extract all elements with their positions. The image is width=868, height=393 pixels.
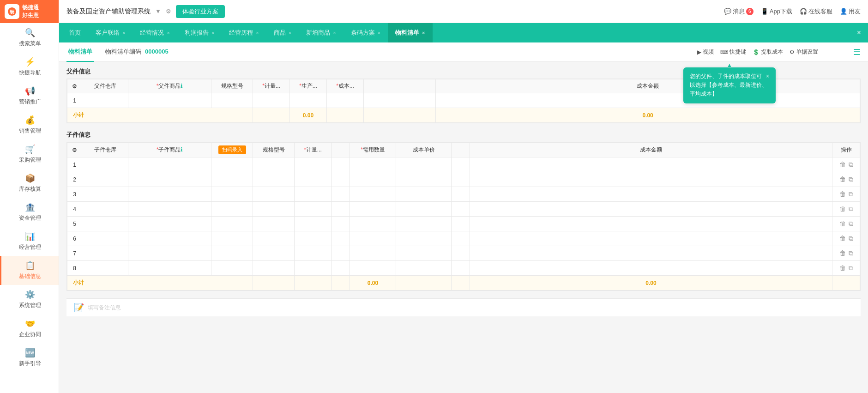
child-row-7-unit-price[interactable] [396, 246, 452, 261]
child-row-7-qty[interactable] [350, 246, 396, 261]
sidebar-item-sales[interactable]: 💰 销售管理 [0, 110, 59, 139]
child-row-7-warehouse[interactable] [82, 246, 128, 261]
child-row-2-qty[interactable] [350, 172, 396, 187]
sidebar-item-system[interactable]: ⚙️ 系统管理 [0, 285, 59, 314]
tab-barcode[interactable]: 条码方案 × [344, 23, 388, 42]
tab-new-goods[interactable]: 新增商品 × [299, 23, 343, 42]
close-barcode-icon[interactable]: × [378, 30, 380, 36]
copy-row-6-icon[interactable]: ⧉ [849, 235, 853, 242]
child-row-8-qty[interactable] [350, 261, 396, 276]
child-row-8-unit[interactable] [295, 261, 332, 276]
shortcut-action[interactable]: ⌨ 快捷键 [720, 48, 746, 56]
child-row-3-unit[interactable] [295, 187, 332, 202]
app-download-button[interactable]: 📱 App下载 [761, 7, 792, 16]
child-row-1-unit[interactable] [295, 157, 332, 172]
child-row-7-goods[interactable] [128, 246, 211, 261]
child-row-3-warehouse[interactable] [82, 187, 128, 202]
child-row-4-spec[interactable] [253, 202, 295, 217]
user-avatar[interactable]: 👤 用友 [840, 7, 861, 16]
child-row-8-unit-price[interactable] [396, 261, 452, 276]
sidebar-item-search[interactable]: 🔍 搜索菜单 [0, 23, 59, 52]
child-row-6-goods[interactable] [128, 231, 211, 246]
close-history-icon[interactable]: × [256, 30, 259, 36]
delete-row-7-icon[interactable]: 🗑 [839, 249, 846, 257]
sidebar-item-basic[interactable]: 📋 基础信息 [0, 256, 59, 285]
delete-row-1-icon[interactable]: 🗑 [839, 161, 846, 169]
tab-history[interactable]: 经营历程 × [222, 23, 266, 42]
sidebar-item-quick-nav[interactable]: ⚡ 快捷导航 [0, 52, 59, 81]
child-row-7-spec[interactable] [253, 246, 295, 261]
delete-row-6-icon[interactable]: 🗑 [839, 235, 846, 242]
close-customers-icon[interactable]: × [122, 30, 125, 36]
delete-row-8-icon[interactable]: 🗑 [839, 264, 846, 272]
child-row-3-spec[interactable] [253, 187, 295, 202]
parent-row-1-goods[interactable] [128, 93, 211, 108]
parent-row-1-unit[interactable] [253, 93, 290, 108]
sidebar-item-finance[interactable]: 🏦 资金管理 [0, 198, 59, 227]
child-row-5-unit-price[interactable] [396, 217, 452, 231]
child-row-5-warehouse[interactable] [82, 217, 128, 231]
child-row-1-qty[interactable] [350, 157, 396, 172]
list-view-icon[interactable]: ☰ [853, 47, 861, 57]
delete-row-2-icon[interactable]: 🗑 [839, 175, 846, 183]
child-row-1-spec[interactable] [253, 157, 295, 172]
tooltip-close-button[interactable]: × [766, 72, 769, 81]
child-row-2-unit[interactable] [295, 172, 332, 187]
child-row-5-unit[interactable] [295, 217, 332, 231]
cost-action[interactable]: 💲 提取成本 [753, 48, 783, 56]
child-row-8-goods[interactable] [128, 261, 211, 276]
trial-button[interactable]: 体验行业方案 [176, 5, 225, 18]
view-action[interactable]: ▶ 视频 [697, 48, 714, 56]
tab-goods[interactable]: 商品 × [266, 23, 299, 42]
sidebar-item-marketing[interactable]: 📢 营销推广 [0, 81, 59, 110]
settings-action[interactable]: ⚙ 单据设置 [790, 48, 818, 56]
child-row-5-spec[interactable] [253, 217, 295, 231]
child-row-2-goods[interactable] [128, 172, 211, 187]
child-row-6-unit[interactable] [295, 231, 332, 246]
parent-row-1-prod[interactable] [290, 93, 327, 108]
child-row-2-unit-price[interactable] [396, 172, 452, 187]
copy-row-8-icon[interactable]: ⧉ [849, 264, 853, 272]
child-row-6-qty[interactable] [350, 231, 396, 246]
close-operations-icon[interactable]: × [167, 30, 169, 36]
dropdown-arrow-icon[interactable]: ▼ [155, 8, 161, 15]
close-bom-icon[interactable]: × [422, 30, 425, 36]
tab-profit[interactable]: 利润报告 × [177, 23, 222, 42]
copy-row-2-icon[interactable]: ⧉ [849, 175, 853, 183]
tab-operations[interactable]: 经营情况 × [133, 23, 177, 42]
child-row-2-spec[interactable] [253, 172, 295, 187]
sidebar-item-guide[interactable]: 🆕 新手引导 [0, 343, 59, 372]
child-row-5-qty[interactable] [350, 217, 396, 231]
child-row-3-unit-price[interactable] [396, 187, 452, 202]
child-row-8-warehouse[interactable] [82, 261, 128, 276]
close-profit-icon[interactable]: × [211, 30, 214, 36]
child-row-3-qty[interactable] [350, 187, 396, 202]
child-row-7-unit[interactable] [295, 246, 332, 261]
child-row-4-unit[interactable] [295, 202, 332, 217]
child-row-4-warehouse[interactable] [82, 202, 128, 217]
parent-row-1-spec[interactable] [211, 93, 253, 108]
child-row-4-qty[interactable] [350, 202, 396, 217]
tab-home[interactable]: 首页 [61, 23, 88, 42]
child-col-settings[interactable]: ⚙ [67, 143, 82, 157]
copy-row-4-icon[interactable]: ⧉ [849, 205, 853, 213]
settings-icon[interactable]: ⚙ [166, 8, 171, 15]
close-all-tabs-icon[interactable]: × [852, 29, 866, 37]
next-record-icon[interactable]: ▶ [839, 49, 847, 55]
online-service-button[interactable]: 🎧 在线客服 [800, 7, 832, 16]
message-button[interactable]: 💬 消息 6 [724, 7, 753, 16]
parent-row-1-cost[interactable] [327, 93, 364, 108]
close-new-goods-icon[interactable]: × [333, 30, 336, 36]
child-row-6-warehouse[interactable] [82, 231, 128, 246]
sidebar-item-ops[interactable]: 📊 经营管理 [0, 227, 59, 256]
sidebar-item-inventory[interactable]: 📦 库存核算 [0, 169, 59, 198]
scan-input-button[interactable]: 扫码录入 [218, 145, 246, 154]
sub-tab-bom-list[interactable]: 物料清单 [66, 42, 94, 62]
child-row-2-warehouse[interactable] [82, 172, 128, 187]
close-goods-icon[interactable]: × [289, 30, 291, 36]
footer-placeholder[interactable]: 填写备注信息 [88, 304, 121, 312]
delete-row-3-icon[interactable]: 🗑 [839, 190, 846, 198]
child-row-8-spec[interactable] [253, 261, 295, 276]
child-row-6-unit-price[interactable] [396, 231, 452, 246]
delete-row-5-icon[interactable]: 🗑 [839, 220, 846, 228]
